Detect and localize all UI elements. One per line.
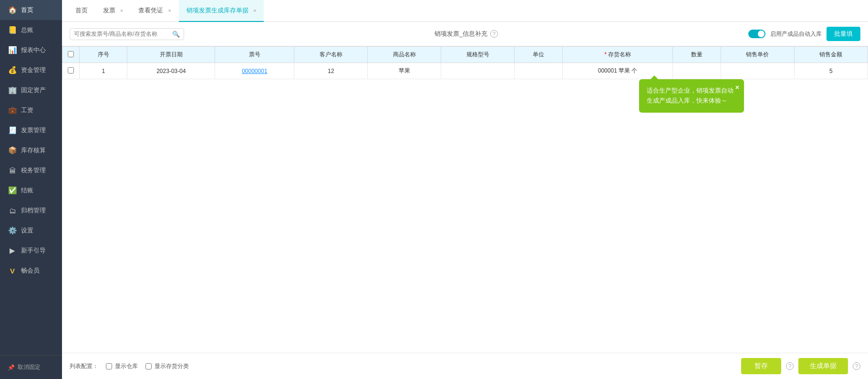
batch-fill-button[interactable]: 批量填 [827,27,860,41]
tab-cancel-invoice[interactable]: 销项发票生成库存单据 × [179,0,264,22]
table-body: 1 2023-03-04 00000001 12 苹果 000001 苹果 个 … [62,63,868,79]
row-checkbox-0[interactable] [68,67,74,74]
header-amount: 销售金额 [794,47,868,63]
table-container: 序号 开票日期 票号 客户名称 商品名称 规格型号 单位 存货名称 数量 销售单… [62,46,868,353]
tab-invoice[interactable]: 发票 × [95,0,131,22]
header-seq: 序号 [80,47,127,63]
header-inventory: 存货名称 [562,47,673,63]
sidebar-item-inventory-check[interactable]: 📦 库存核算 [0,140,62,160]
sidebar-bottom: 📌 取消固定 [0,355,62,379]
tab-view-voucher-close[interactable]: × [168,8,171,13]
sidebar-item-fixed-assets[interactable]: 🏢 固定资产 [0,80,62,100]
sidebar-item-member[interactable]: V 畅会员 [0,261,62,281]
tax-icon: 🏛 [8,167,17,175]
sidebar: 🏠 首页 📒 总账 📊 报表中心 💰 资金管理 🏢 固定资产 💼 工资 🧾 发票… [0,0,62,379]
list-config-label: 列表配置： [70,362,98,370]
fund-icon: 💰 [8,66,17,74]
home-icon: 🏠 [8,6,17,14]
header-date: 开票日期 [127,47,215,63]
cell-qty [673,63,721,79]
report-icon: 📊 [8,46,17,54]
cell-unit [515,63,562,79]
info-icon[interactable]: ? [490,30,498,38]
settings-icon: ⚙️ [8,226,17,235]
tab-cancel-invoice-close[interactable]: × [253,8,256,13]
save-button[interactable]: 暂存 [741,358,781,374]
show-warehouse-checkbox-label[interactable]: 显示仓库 [106,362,138,370]
header-ticket-no: 票号 [215,47,294,63]
cell-spec [441,63,515,79]
auto-stock-toggle[interactable] [748,30,765,38]
sidebar-item-settings[interactable]: ⚙️ 设置 [0,221,62,241]
tab-invoice-close[interactable]: × [120,8,123,13]
tab-home[interactable]: 首页 [68,0,95,22]
sidebar-item-home[interactable]: 🏠 首页 [0,0,62,20]
sidebar-item-new-guide[interactable]: ▶ 新手引导 [0,241,62,261]
table-header-row: 序号 开票日期 票号 客户名称 商品名称 规格型号 单位 存货名称 数量 销售单… [62,47,868,63]
tab-view-voucher[interactable]: 查看凭证 × [131,0,178,22]
search-icon: 🔍 [172,31,180,38]
select-all-checkbox[interactable] [68,51,74,57]
main-area: 首页 发票 × 查看凭证 × 销项发票生成库存单据 × 🔍 销项发票_信息补充 … [62,0,868,379]
settlement-icon: ✅ [8,186,17,195]
sidebar-item-labor[interactable]: 💼 工资 [0,100,62,120]
header-customer: 客户名称 [294,47,368,63]
tooltip-popup: × 适合生产型企业，销项发票自动生成产成品入库，快来体验～ [639,79,744,113]
inventory-icon: 📦 [8,146,17,155]
unpin-button[interactable]: 📌 取消固定 [0,359,62,375]
search-box[interactable]: 🔍 [70,28,184,40]
sidebar-item-invoice-mgmt[interactable]: 🧾 发票管理 [0,120,62,140]
labor-icon: 💼 [8,106,17,115]
generate-button[interactable]: 生成单据 [798,358,848,374]
cell-price [721,63,794,79]
sidebar-item-tax-mgmt[interactable]: 🏛 税务管理 [0,160,62,180]
member-icon: V [8,267,17,275]
cell-date: 2023-03-04 [127,63,215,79]
bottom-bar: 列表配置： 显示仓库 显示存货分类 暂存 ? 生成单据 ? [62,353,868,379]
data-table: 序号 开票日期 票号 客户名称 商品名称 规格型号 单位 存货名称 数量 销售单… [62,46,868,79]
cell-ticket-no: 00000001 [215,63,294,79]
cell-seq: 1 [80,63,127,79]
header-unit: 单位 [515,47,562,63]
archive-icon: 🗂 [8,207,17,215]
cell-product: 苹果 [368,63,441,79]
cell-customer: 12 [294,63,368,79]
show-category-checkbox-label[interactable]: 显示存货分类 [145,362,189,370]
save-info-icon[interactable]: ? [786,362,794,370]
header-product: 商品名称 [368,47,441,63]
show-category-checkbox[interactable] [145,363,152,369]
guide-icon: ▶ [8,246,17,255]
toolbar: 🔍 销项发票_信息补充 ? 启用产成品自动入库 批量填 [62,22,868,46]
invoice-icon: 🧾 [8,126,17,135]
tooltip-close-button[interactable]: × [735,82,739,93]
sidebar-item-archive-mgmt[interactable]: 🗂 归档管理 [0,200,62,221]
header-checkbox-cell [62,47,80,63]
show-warehouse-checkbox[interactable] [106,363,112,369]
cell-amount: 5 [794,63,868,79]
row-checkbox-cell [62,63,80,79]
sidebar-item-report-center[interactable]: 📊 报表中心 [0,40,62,60]
header-spec: 规格型号 [441,47,515,63]
ticket-link[interactable]: 00000001 [242,68,267,74]
header-price: 销售单价 [721,47,794,63]
building-icon: 🏢 [8,86,17,95]
sidebar-item-general-ledger[interactable]: 📒 总账 [0,20,62,40]
header-qty: 数量 [673,47,721,63]
info-section: 销项发票_信息补充 ? [189,30,744,38]
sidebar-item-settlement[interactable]: ✅ 结账 [0,180,62,200]
ledger-icon: 📒 [8,26,17,34]
content-area: 🔍 销项发票_信息补充 ? 启用产成品自动入库 批量填 [62,22,868,379]
table-row: 1 2023-03-04 00000001 12 苹果 000001 苹果 个 … [62,63,868,79]
bottom-actions: 暂存 ? 生成单据 ? [741,358,860,374]
tab-bar: 首页 发票 × 查看凭证 × 销项发票生成库存单据 × [62,0,868,22]
sidebar-item-fund-mgmt[interactable]: 💰 资金管理 [0,60,62,80]
pin-icon: 📌 [8,364,15,371]
generate-info-icon[interactable]: ? [853,362,860,370]
search-input[interactable] [74,31,172,37]
toolbar-right: 启用产成品自动入库 批量填 [748,27,860,41]
